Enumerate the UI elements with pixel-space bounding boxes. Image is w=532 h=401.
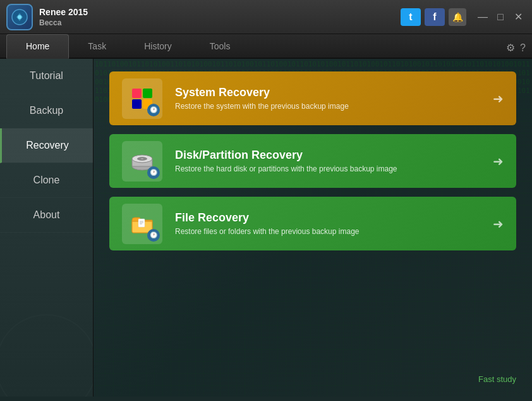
system-recovery-icon: 🕐: [122, 78, 162, 119]
fast-study-link[interactable]: Fast study: [478, 374, 516, 384]
svg-point-1: [18, 15, 21, 19]
sidebar-item-recovery[interactable]: Recovery: [0, 128, 93, 163]
tab-home[interactable]: Home: [6, 34, 69, 59]
tab-bar-right: ⚙ ?: [506, 42, 526, 58]
title-bar: Renee 2015 Becca t f 🔔 — □ ✕: [0, 0, 532, 34]
tab-bar: Home Task History Tools ⚙ ?: [0, 34, 532, 59]
disk-recovery-card[interactable]: 🕐 Disk/Partition Recovery Restore the ha…: [109, 134, 516, 188]
system-recovery-description: Restore the system with the previous bac…: [175, 102, 487, 111]
settings-icon[interactable]: ⚙: [506, 42, 515, 54]
disk-recovery-description: Restore the hard disk or partitions with…: [175, 164, 487, 173]
system-recovery-card[interactable]: 🕐 System Recovery Restore the system wit…: [109, 71, 516, 125]
facebook-button[interactable]: f: [425, 8, 445, 26]
close-button[interactable]: ✕: [511, 11, 526, 23]
sidebar-item-backup[interactable]: Backup: [0, 94, 93, 128]
system-recovery-text: System Recovery Restore the system with …: [175, 86, 487, 111]
disk-recovery-icon: 🕐: [122, 141, 162, 182]
disk-recovery-title: Disk/Partition Recovery: [175, 149, 487, 162]
file-clock-icon: 🕐: [147, 229, 160, 242]
app-logo: [6, 4, 33, 30]
file-recovery-arrow-icon: ➜: [493, 216, 504, 231]
system-recovery-title: System Recovery: [175, 86, 487, 99]
disk-recovery-text: Disk/Partition Recovery Restore the hard…: [175, 149, 487, 173]
sidebar-item-about[interactable]: About: [0, 198, 93, 233]
title-social-buttons: t f 🔔: [401, 8, 469, 26]
minimize-button[interactable]: —: [475, 11, 490, 23]
file-recovery-description: Restore files or folders with the previo…: [175, 227, 487, 236]
help-icon[interactable]: ?: [520, 42, 526, 54]
maximize-button[interactable]: □: [493, 11, 508, 23]
svg-rect-7: [138, 219, 145, 227]
tab-tools[interactable]: Tools: [191, 35, 250, 59]
main-layout: Tutorial Backup Recovery Clone About 101…: [0, 59, 532, 397]
tab-task[interactable]: Task: [69, 35, 125, 59]
content-area: 1011010010110101001101010100101101010010…: [94, 59, 532, 397]
system-recovery-arrow-icon: ➜: [493, 91, 504, 106]
clock-icon: 🕐: [147, 104, 160, 116]
window-controls: — □ ✕: [475, 11, 526, 23]
sidebar: Tutorial Backup Recovery Clone About: [0, 59, 94, 397]
file-recovery-card[interactable]: 🕐 File Recovery Restore files or folders…: [109, 197, 516, 250]
notifications-button[interactable]: 🔔: [449, 8, 466, 26]
sidebar-item-clone[interactable]: Clone: [0, 163, 93, 198]
app-title: Renee 2015 Becca: [39, 7, 401, 27]
sidebar-item-tutorial[interactable]: Tutorial: [0, 59, 93, 94]
svg-point-6: [141, 158, 143, 159]
tab-history[interactable]: History: [125, 35, 191, 59]
disk-recovery-arrow-icon: ➜: [493, 154, 504, 169]
disk-clock-icon: 🕐: [147, 166, 160, 179]
file-recovery-text: File Recovery Restore files or folders w…: [175, 211, 487, 236]
twitter-button[interactable]: t: [401, 8, 421, 26]
file-recovery-icon: 🕐: [122, 204, 162, 244]
file-recovery-title: File Recovery: [175, 211, 487, 225]
